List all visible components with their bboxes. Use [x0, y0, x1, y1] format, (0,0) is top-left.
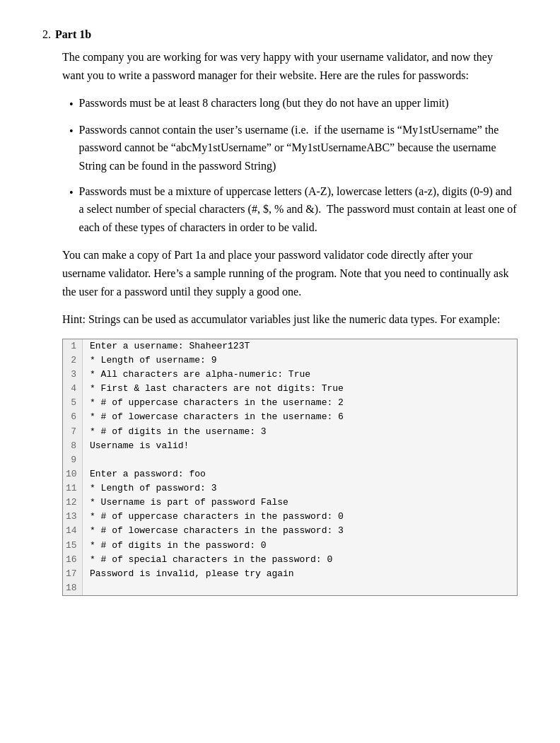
- bullet-text-1: Passwords must be at least 8 characters …: [79, 94, 518, 112]
- section-title: Part 1b: [55, 28, 91, 41]
- section-body: The company you are working for was very…: [62, 48, 518, 596]
- line-content: * All characters are alpha-numeric: True: [83, 368, 315, 382]
- bullet-list: • Passwords must be at least 8 character…: [62, 94, 518, 236]
- line-content: * # of digits in the username: 3: [83, 425, 271, 439]
- bullet-icon: •: [69, 95, 74, 114]
- paragraph-1: You can make a copy of Part 1a and place…: [62, 246, 518, 300]
- code-line-4: 4 * First & last characters are not digi…: [63, 382, 517, 396]
- bullet-icon: •: [69, 122, 74, 141]
- line-number: 7: [63, 425, 83, 439]
- line-content: Password is invalid, please try again: [83, 567, 298, 581]
- code-line-2: 2 * Length of username: 9: [63, 353, 517, 368]
- intro-paragraph: The company you are working for was very…: [62, 48, 518, 84]
- code-line-6: 6 * # of lowercase characters in the use…: [63, 410, 517, 424]
- section-container: 2. Part 1b The company you are working f…: [42, 28, 518, 596]
- line-content: * Length of username: 9: [83, 353, 221, 368]
- line-content: Enter a password: foo: [83, 467, 210, 481]
- section-number: 2.: [42, 28, 51, 41]
- line-number: 14: [63, 524, 83, 538]
- code-line-17: 17 Password is invalid, please try again: [63, 567, 517, 581]
- line-content: Username is valid!: [83, 439, 193, 453]
- line-number: 1: [63, 339, 83, 353]
- line-content: * # of lowercase characters in the passw…: [83, 524, 348, 538]
- line-content: * # of uppercase characters in the passw…: [83, 510, 348, 524]
- code-line-11: 11 * Length of password: 3: [63, 481, 517, 496]
- code-line-1: 1 Enter a username: Shaheer123T: [63, 339, 517, 353]
- code-line-14: 14 * # of lowercase characters in the pa…: [63, 524, 517, 538]
- code-line-15: 15 * # of digits in the password: 0: [63, 539, 517, 553]
- hint-text: Hint: Strings can be used as accumulator…: [62, 310, 518, 329]
- line-number: 11: [63, 481, 83, 496]
- code-block: 1 Enter a username: Shaheer123T 2 * Leng…: [63, 339, 517, 595]
- line-content: * # of uppercase characters in the usern…: [83, 396, 348, 410]
- line-content: * Length of password: 3: [83, 481, 221, 496]
- line-number: 12: [63, 496, 83, 510]
- line-content: * First & last characters are not digits…: [83, 382, 348, 396]
- line-number: 15: [63, 539, 83, 553]
- code-line-3: 3 * All characters are alpha-numeric: Tr…: [63, 368, 517, 382]
- section-header: 2. Part 1b: [42, 28, 518, 41]
- line-number: 5: [63, 396, 83, 410]
- code-line-10: 10 Enter a password: foo: [63, 467, 517, 481]
- line-number: 17: [63, 567, 83, 581]
- code-line-9: 9: [63, 453, 517, 467]
- bullet-icon: •: [69, 184, 74, 202]
- line-content: * # of lowercase characters in the usern…: [83, 410, 348, 424]
- line-number: 3: [63, 368, 83, 382]
- line-number: 16: [63, 553, 83, 567]
- code-line-5: 5 * # of uppercase characters in the use…: [63, 396, 517, 410]
- line-number: 6: [63, 410, 83, 424]
- line-number: 13: [63, 510, 83, 524]
- code-line-18: 18: [63, 581, 517, 595]
- line-number: 2: [63, 353, 83, 368]
- code-line-16: 16 * # of special characters in the pass…: [63, 553, 517, 567]
- line-number: 4: [63, 382, 83, 396]
- line-number: 18: [63, 581, 83, 595]
- code-line-12: 12 * Username is part of password False: [63, 496, 517, 510]
- line-content: * # of digits in the password: 0: [83, 539, 271, 553]
- code-block-wrapper: 1 Enter a username: Shaheer123T 2 * Leng…: [62, 339, 518, 596]
- bullet-text-2: Passwords cannot contain the user’s user…: [79, 121, 518, 175]
- list-item: • Passwords cannot contain the user’s us…: [69, 121, 518, 175]
- line-content: Enter a username: Shaheer123T: [83, 339, 254, 353]
- list-item: • Passwords must be at least 8 character…: [69, 94, 518, 114]
- line-number: 8: [63, 439, 83, 453]
- code-line-8: 8 Username is valid!: [63, 439, 517, 453]
- code-line-7: 7 * # of digits in the username: 3: [63, 425, 517, 439]
- line-number: 10: [63, 467, 83, 481]
- bullet-text-3: Passwords must be a mixture of uppercase…: [79, 182, 518, 237]
- line-content: * Username is part of password False: [83, 496, 293, 510]
- list-item: • Passwords must be a mixture of upperca…: [69, 182, 518, 237]
- line-number: 9: [63, 453, 83, 467]
- line-content: * # of special characters in the passwor…: [83, 553, 337, 567]
- code-line-13: 13 * # of uppercase characters in the pa…: [63, 510, 517, 524]
